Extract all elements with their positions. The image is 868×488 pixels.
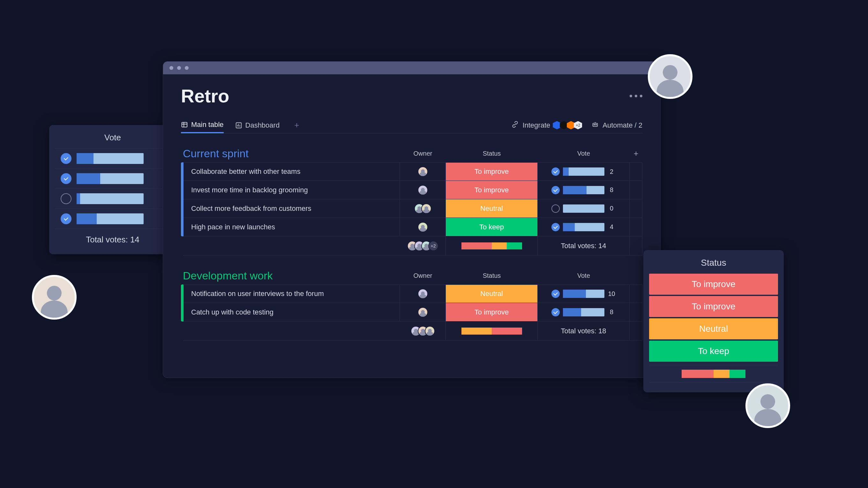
item-name[interactable]: Catch up with code testing <box>184 303 400 321</box>
status-pill[interactable]: To improve <box>649 296 778 317</box>
status-pill[interactable]: To improve <box>649 274 778 295</box>
vote-cell[interactable]: 4 <box>538 218 630 236</box>
vote-bar <box>563 308 604 316</box>
item-name[interactable]: Collect more feedback from customers <box>184 199 400 218</box>
vote-toggle[interactable] <box>552 308 560 316</box>
chart-icon <box>235 122 242 129</box>
status-cell[interactable]: To improve <box>446 303 538 321</box>
vote-toggle[interactable] <box>61 153 71 164</box>
vote-widget-row <box>55 148 170 169</box>
vote-toggle[interactable] <box>61 214 71 224</box>
vote-toggle[interactable] <box>552 223 560 231</box>
vote-cell[interactable]: 8 <box>538 303 630 321</box>
vote-bar <box>563 167 604 176</box>
summary-status-cell <box>446 322 538 340</box>
vote-toggle[interactable] <box>552 186 560 194</box>
main-window: Retro Main table Dashboard + <box>163 61 660 378</box>
window-dot <box>185 66 189 70</box>
window-titlebar <box>163 62 660 74</box>
svg-point-10 <box>596 124 597 125</box>
item-name[interactable]: Invest more time in backlog grooming <box>184 181 400 199</box>
owner-cell[interactable] <box>400 199 446 218</box>
group-summary-row: Total votes: 18 <box>184 322 642 340</box>
avatar <box>421 203 431 214</box>
vote-cell[interactable]: 0 <box>538 199 630 218</box>
extra-cell <box>630 199 642 218</box>
column-header-vote: Vote <box>538 272 630 280</box>
summary-extra-cell <box>630 236 642 255</box>
owner-cell[interactable] <box>400 303 446 321</box>
vote-toggle[interactable] <box>552 290 560 298</box>
table-row[interactable]: High pace in new launches To keep 4 <box>184 218 642 236</box>
tab-main-table[interactable]: Main table <box>181 118 224 133</box>
status-cell[interactable]: Neutral <box>446 285 538 303</box>
status-cell[interactable]: Neutral <box>446 199 538 218</box>
group-header: Development work Owner Status Vote <box>181 269 642 282</box>
status-pill[interactable]: To keep <box>649 340 778 362</box>
item-name[interactable]: Notification on user interviews to the f… <box>184 285 400 303</box>
more-menu-button[interactable] <box>630 95 642 97</box>
vote-toggle[interactable] <box>61 193 71 204</box>
summary-owner-cell <box>400 322 446 340</box>
automate-button[interactable]: Automate / 2 <box>592 121 642 130</box>
avatar[interactable] <box>418 289 428 299</box>
owner-cell[interactable] <box>400 285 446 303</box>
vote-cell[interactable]: 8 <box>538 181 630 199</box>
add-view-button[interactable]: + <box>291 120 302 130</box>
tab-dashboard[interactable]: Dashboard <box>235 118 280 133</box>
status-pill[interactable]: Neutral <box>649 318 778 339</box>
table-row[interactable]: Collaborate better with other teams To i… <box>184 162 642 181</box>
extra-cell <box>630 162 642 181</box>
table-row[interactable]: Notification on user interviews to the f… <box>184 285 642 303</box>
extra-cell <box>630 181 642 199</box>
vote-count: 0 <box>608 205 616 212</box>
table-row[interactable]: Collect more feedback from customers Neu… <box>184 199 642 218</box>
tab-label: Dashboard <box>245 121 280 130</box>
owner-cell[interactable] <box>400 218 446 236</box>
vote-count: 4 <box>608 223 616 231</box>
avatar[interactable] <box>418 307 428 317</box>
summary-vote-cell: Total votes: 18 <box>538 322 630 340</box>
group-title[interactable]: Development work <box>183 269 400 282</box>
status-distribution-bar <box>682 370 745 378</box>
status-cell[interactable]: To improve <box>446 162 538 181</box>
views-tabs: Main table Dashboard + Integrate <box>181 118 642 133</box>
avatar[interactable] <box>418 185 428 195</box>
column-header-status: Status <box>446 150 538 157</box>
vote-bar <box>76 153 144 164</box>
table-row[interactable]: Invest more time in backlog grooming To … <box>184 181 642 199</box>
robot-icon <box>592 121 599 130</box>
vote-cell[interactable]: 10 <box>538 285 630 303</box>
vote-toggle[interactable] <box>552 167 560 176</box>
avatar[interactable] <box>418 222 428 232</box>
owner-cell[interactable] <box>400 162 446 181</box>
summary-owner-cell: +2 <box>400 236 446 255</box>
vote-bar <box>76 214 144 224</box>
vote-bar <box>76 193 144 204</box>
extra-cell <box>630 285 642 303</box>
owner-cell[interactable] <box>400 181 446 199</box>
table-row[interactable]: Catch up with code testing To improve 8 <box>184 303 642 322</box>
vote-bar <box>563 186 604 194</box>
group-summary-row: +2 Total votes: 14 <box>184 236 642 256</box>
vote-widget-row <box>55 189 170 209</box>
avatar <box>425 326 435 336</box>
integrate-button[interactable]: Integrate +2 <box>512 121 582 130</box>
summary-status-cell <box>446 236 538 255</box>
vote-toggle[interactable] <box>61 173 71 184</box>
status-cell[interactable]: To improve <box>446 181 538 199</box>
item-name[interactable]: Collaborate better with other teams <box>184 162 400 181</box>
vote-bar <box>563 204 604 213</box>
owner-avatars[interactable] <box>414 203 431 214</box>
vote-count: 8 <box>608 308 616 316</box>
item-name[interactable]: High pace in new launches <box>184 218 400 236</box>
status-cell[interactable]: To keep <box>446 218 538 236</box>
vote-widget: Vote Total votes: 14 <box>49 125 176 254</box>
vote-cell[interactable]: 2 <box>538 162 630 181</box>
add-column-button[interactable]: + <box>630 149 642 159</box>
owner-summary-avatars: +2 <box>407 241 438 251</box>
vote-bar <box>76 173 144 184</box>
avatar[interactable] <box>418 166 428 177</box>
group-title[interactable]: Current sprint <box>183 148 400 160</box>
vote-toggle[interactable] <box>552 204 560 213</box>
